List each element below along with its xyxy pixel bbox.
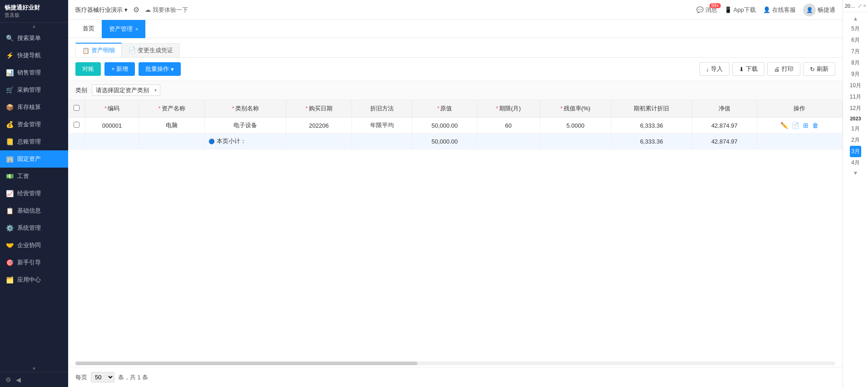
experience-cloud-icon: ☁: [145, 6, 151, 13]
subtotal-initial-accumulated: 6,333.36: [611, 134, 692, 149]
th-checkbox: [68, 100, 85, 118]
sidebar-item-quicknav[interactable]: ⚡快捷导航: [0, 47, 68, 64]
sidebar-icon-guide: 🎯: [5, 258, 14, 267]
topbar-settings-icon[interactable]: ⚙: [133, 5, 139, 14]
company-selector[interactable]: 医疗器械行业演示 ▾: [75, 6, 128, 14]
subtab-detail-label: 资产明细: [91, 46, 115, 55]
edit-icon-0[interactable]: ✏️: [780, 122, 788, 129]
month-curr-2月[interactable]: 2月: [850, 134, 861, 146]
tab-home[interactable]: 首页: [75, 20, 102, 38]
month-curr-1月[interactable]: 1月: [850, 123, 861, 134]
tab-asset-management[interactable]: 资产管理 ×: [102, 20, 145, 38]
th-operations: 操作: [757, 100, 842, 118]
print-button[interactable]: 🖨 打印: [767, 62, 800, 76]
collapse-icon[interactable]: ◀: [16, 376, 21, 383]
month-curr-4月[interactable]: 4月: [850, 157, 861, 169]
row-residual-rate-0: 5.0000: [540, 118, 611, 134]
sidebar-item-appcenter[interactable]: 🗂️应用中心: [0, 271, 68, 288]
sidebar-icon-enterprise: 🤝: [5, 241, 14, 249]
subtotal-net-value: 42,874.97: [692, 134, 757, 149]
sidebar-item-ledger[interactable]: 📒总账管理: [0, 133, 68, 150]
right-panel-nav: ▲ 5月6月7月8月9月10月11月12月20231月2月3月4月 ▼: [843, 12, 868, 178]
import-label: 导入: [711, 65, 723, 73]
nav-down-arrow[interactable]: ▼: [852, 169, 860, 178]
sidebar-icon-appcenter: 🗂️: [5, 276, 14, 284]
month-prev-7月[interactable]: 7月: [850, 46, 861, 57]
sidebar-icon-system: ⚙️: [5, 224, 14, 232]
messages-badge: 99+: [709, 3, 721, 8]
right-panel-year: 2023.03: [845, 3, 858, 9]
user-name: 畅捷通: [818, 6, 835, 14]
experience-label: 我要体验一下: [153, 6, 188, 14]
subtotal-original-value: 50,000.00: [412, 134, 477, 149]
sidebar-item-enterprise[interactable]: 🤝企业协同: [0, 237, 68, 254]
asset-table-wrap: *编码 *资产名称 *类别名称 *购买日期 折旧方法 *原值 *期限(月) *残…: [68, 100, 843, 360]
tab-asset-management-label: 资产管理: [109, 25, 133, 33]
month-prev-12月[interactable]: 12月: [850, 103, 861, 114]
month-prev-11月[interactable]: 11月: [850, 91, 861, 103]
nav-up-arrow[interactable]: ▲: [852, 14, 860, 23]
sidebar-scroll-down[interactable]: ▼: [0, 365, 68, 372]
sidebar-item-basicinfo[interactable]: 📋基础信息: [0, 202, 68, 219]
right-panel-expand-icon[interactable]: ⤢: [858, 3, 862, 9]
row-initial-accumulated-0: 6,333.36: [611, 118, 692, 134]
more-icon-0[interactable]: ⊞: [803, 122, 808, 129]
sidebar-item-guide[interactable]: 🎯新手引导: [0, 254, 68, 271]
batch-ops-button[interactable]: 批量操作 ▾: [139, 62, 181, 76]
app-download-btn[interactable]: 📱 App下载: [724, 6, 756, 14]
subtotal-empty-7: [540, 134, 611, 149]
new-button[interactable]: + 新增: [104, 62, 135, 76]
sidebar-item-purchase[interactable]: 🛒采购管理: [0, 81, 68, 99]
download-button[interactable]: ⬇ 下载: [732, 62, 764, 76]
refresh-button[interactable]: ↻ 刷新: [803, 62, 835, 76]
settings-icon[interactable]: ⚙: [5, 376, 11, 383]
month-curr-3月[interactable]: 3月: [850, 146, 861, 157]
sidebar-label-search: 搜索菜单: [17, 34, 41, 42]
topbar: 医疗器械行业演示 ▾ ⚙ ☁ 我要体验一下 💬 消息 99+ 📱 App下载 👤…: [68, 0, 843, 20]
sidebar-item-system[interactable]: ⚙️系统管理: [0, 219, 68, 237]
subtab-voucher-label: 变更生成凭证: [138, 46, 173, 55]
sidebar-label-basicinfo: 基础信息: [17, 207, 41, 215]
sidebar-item-operations[interactable]: 📈经营管理: [0, 185, 68, 202]
subtab-asset-detail[interactable]: 📋 资产明细: [75, 43, 122, 57]
right-panel: 2023.03 ⤢ × ▲ 5月6月7月8月9月10月11月12月20231月2…: [843, 0, 868, 387]
sidebar-item-search[interactable]: 🔍搜索菜单: [0, 30, 68, 47]
sidebar-item-fixedassets[interactable]: 🏢固定资产: [0, 150, 68, 168]
sidebar-item-wages[interactable]: 💵工资: [0, 168, 68, 185]
online-service-btn[interactable]: 👤 在线客服: [763, 6, 796, 14]
import-button[interactable]: ↓ 导入: [699, 62, 730, 76]
subtab-change-voucher[interactable]: 📄 变更生成凭证: [122, 43, 180, 57]
month-prev-6月[interactable]: 6月: [850, 35, 861, 46]
row-name-0: 电脑: [139, 118, 205, 134]
th-initial-accumulated: 期初累计折旧: [611, 100, 692, 118]
messages-btn[interactable]: 💬 消息 99+: [696, 6, 717, 14]
per-page-select[interactable]: 50 100 200: [91, 372, 114, 382]
content-area: 📋 资产明细 📄 变更生成凭证 对账 + 新增 批量操作 ▾ ↓: [68, 38, 843, 387]
app-name: 畅捷通好业财: [5, 4, 40, 12]
th-code: *编码: [85, 100, 139, 118]
delete-icon-0[interactable]: 🗑: [812, 122, 818, 129]
reconcile-button[interactable]: 对账: [75, 62, 101, 76]
month-prev-5月[interactable]: 5月: [850, 23, 861, 35]
user-menu[interactable]: 👤 畅捷通: [803, 4, 835, 16]
row-category-0: 电子设备: [205, 118, 286, 134]
row-checkbox-0[interactable]: [74, 122, 79, 128]
sidebar-item-funds[interactable]: 💰资金管理: [0, 116, 68, 133]
copy-icon-0[interactable]: 📄: [792, 122, 799, 129]
sidebar-scroll-up[interactable]: ▲: [0, 23, 68, 30]
category-select[interactable]: 请选择固定资产类别 电子设备 机械设备 办公设备 运输设备: [92, 84, 160, 96]
tab-close-icon[interactable]: ×: [135, 26, 138, 32]
sidebar-item-inventory[interactable]: 📦库存核算: [0, 99, 68, 116]
th-residual-rate: *残值率(%): [540, 100, 611, 118]
sidebar-icon-funds: 💰: [5, 120, 14, 129]
select-all-checkbox[interactable]: [74, 105, 79, 111]
batch-ops-dropdown-icon: ▾: [171, 66, 174, 73]
month-prev-9月[interactable]: 9月: [850, 69, 861, 80]
right-panel-close-icon[interactable]: ×: [863, 3, 866, 9]
month-prev-8月[interactable]: 8月: [850, 57, 861, 69]
sidebar-item-sales[interactable]: 📊销售管理: [0, 64, 68, 81]
month-prev-10月[interactable]: 10月: [850, 80, 861, 91]
pagination: 每页 50 100 200 条，共 1 条: [68, 367, 843, 387]
horizontal-scrollbar[interactable]: [68, 360, 843, 367]
experience-btn[interactable]: ☁ 我要体验一下: [145, 6, 188, 14]
